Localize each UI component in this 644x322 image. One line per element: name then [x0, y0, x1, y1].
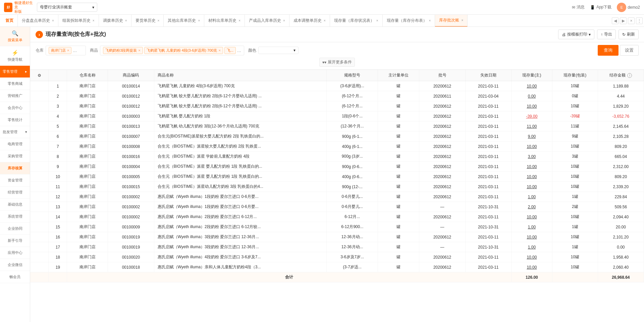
sidebar-item-guide[interactable]: 新手引导 [0, 235, 30, 247]
tab-stock-dist[interactable]: 现存量（库存分布表） × [383, 15, 435, 27]
th-gear[interactable]: ⚙ [30, 70, 49, 81]
tab-product-in[interactable]: 产成品入库单历史 × [245, 15, 289, 27]
sidebar-item-retail-stats[interactable]: 零售统计 [0, 114, 30, 126]
cell-qty-main[interactable]: 2.00 [511, 202, 552, 212]
sidebar-item-inventory[interactable]: 库存核算 [0, 162, 30, 174]
cell-gear [30, 262, 49, 272]
tab-fenpan[interactable]: 分盘盘点单历史 × [18, 15, 58, 27]
app-download-btn[interactable]: 📱 App下载 [590, 4, 611, 10]
close-icon[interactable]: × [324, 19, 326, 22]
sidebar-item-retail[interactable]: 零售管理 ▸ [0, 66, 30, 78]
tab-stock-status[interactable]: 现存量（库存状况表） × [330, 15, 383, 27]
sidebar-item-mall[interactable]: 零售商城 [0, 78, 30, 90]
close-icon[interactable]: × [125, 19, 127, 22]
cell-spec: 400g (0-6... [327, 172, 378, 182]
sidebar-item-finance[interactable]: 资金管理 [0, 174, 30, 186]
product-tag-1-close[interactable]: × [138, 48, 140, 52]
sidebar-expand-btn[interactable]: › [36, 31, 43, 38]
cell-qty-main[interactable]: 10.00 [511, 252, 552, 262]
tab-batch-stock[interactable]: 库存批次账 × [435, 15, 468, 27]
sidebar-item-system[interactable]: 系统管理 [0, 211, 30, 223]
cell-expire: 2021-03-11 [465, 262, 511, 272]
tab-more-btn[interactable]: ⋮ [636, 17, 643, 24]
close-icon[interactable]: × [158, 19, 160, 22]
sidebar-item-wholesale[interactable]: 批发管理 ▾ [0, 126, 30, 138]
product-tag-2-close[interactable]: × [218, 48, 220, 52]
close-icon[interactable]: × [198, 19, 200, 22]
cell-qty-main[interactable]: 10.00 [511, 262, 552, 272]
tab-cost-adjust[interactable]: 成本调整单历史 × [289, 15, 330, 27]
cell-qty-main[interactable]: 10.00 [511, 232, 552, 242]
close-icon[interactable]: × [461, 18, 463, 22]
sidebar-item-basic[interactable]: 基础信息 [0, 199, 30, 211]
expand-more-btn[interactable]: ▾▾ 展开更多条件 [319, 58, 355, 67]
close-icon[interactable]: × [52, 19, 54, 22]
sidebar-item-operations[interactable]: 经营管理 [0, 186, 30, 199]
warehouse-input[interactable]: 南岸门店 × ... [46, 46, 86, 55]
cell-qty-main[interactable]: 1.00 [511, 242, 552, 252]
refresh-btn[interactable]: ↻ 刷新 [619, 30, 639, 39]
breadcrumb-selector[interactable]: 母婴行业演示账套 ▾ [37, 3, 97, 12]
cell-qty-main[interactable]: 11.00 [511, 121, 552, 131]
close-icon[interactable]: × [93, 19, 95, 22]
warehouse-more[interactable]: ... [73, 48, 77, 53]
cell-qty-main[interactable]: 10.00 [511, 212, 552, 222]
th-expire: 失效日期 [465, 70, 511, 81]
cell-qty-main[interactable]: 10.00 [511, 142, 552, 152]
tab-material-out[interactable]: 材料出库单历史 × [204, 15, 245, 27]
tab-diaob[interactable]: 调拨单历史 × [99, 15, 131, 27]
tab-next-btn[interactable]: ▶ [620, 17, 627, 24]
gear-icon[interactable]: ⚙ [38, 73, 41, 78]
cell-gear [30, 192, 49, 202]
product-input[interactable]: 飞鹤奶粉3段两提装 × 飞鹤星飞帆 儿童奶粉 4段(3-6岁适用) 700克 ×… [100, 46, 244, 55]
cell-warehouse: 南岸门店 [67, 131, 108, 142]
sidebar-item-quicknav[interactable]: ⚡ 快捷导航 [0, 46, 30, 66]
cell-qty-main[interactable]: -39.00 [511, 111, 552, 121]
close-icon[interactable]: × [376, 19, 378, 22]
sidebar-item-purchase[interactable]: 采购管理 [0, 150, 30, 162]
message-btn[interactable]: ✉ 消息 [572, 4, 585, 10]
cell-qty-main[interactable]: 1.00 [511, 222, 552, 232]
close-icon[interactable]: × [238, 19, 240, 22]
sidebar-item-corp[interactable]: 企业协同 [0, 223, 30, 235]
content-area: › 现存量查询(按仓库+批次) 🖨 按模板打印 ▾ ↑ 导出 ↻ 刷新 [30, 27, 644, 322]
sidebar-item-apps[interactable]: 应用中心 [0, 247, 30, 259]
tab-yaohuo[interactable]: 要货单历史 × [131, 15, 164, 27]
th-qty-pkg: 现存量(包装) [552, 70, 598, 81]
settings-btn[interactable]: 设置 [620, 45, 639, 56]
product-more[interactable]: ... [237, 48, 241, 53]
tab-other-out[interactable]: 其他出库单历史 × [164, 15, 204, 27]
close-icon[interactable]: × [283, 19, 285, 22]
cell-qty-main[interactable]: 10.00 [511, 162, 552, 172]
sidebar-item-wechat[interactable]: 企业微信 [0, 259, 30, 271]
cell-qty-main[interactable]: 10.00 [511, 182, 552, 192]
color-input[interactable]: ▾ [258, 47, 299, 54]
sidebar-item-search[interactable]: 🔍 搜索菜单 [0, 27, 30, 46]
template-print-btn[interactable]: 🖨 按模板打印 ▾ [558, 30, 594, 39]
cell-qty-main[interactable]: 1.00 [511, 192, 552, 202]
sidebar-item-ecommerce[interactable]: 电商管理 [0, 138, 30, 150]
tab-prev-btn[interactable]: ◀ [612, 17, 619, 24]
cell-qty-main[interactable]: 9.00 [511, 131, 552, 142]
warehouse-tag-close[interactable]: × [67, 48, 69, 52]
export-btn[interactable]: ↑ 导出 [597, 30, 616, 39]
cell-qty-main[interactable]: 3.00 [511, 152, 552, 162]
sidebar-item-vip[interactable]: 畅会员 [0, 271, 30, 283]
tab-zuzhang[interactable]: 组装拆卸单历史 × [58, 15, 99, 27]
cell-qty-main[interactable]: 10.00 [511, 172, 552, 182]
sidebar-item-member[interactable]: 会员中心 [0, 102, 30, 114]
tab-close-btn[interactable]: × [628, 17, 635, 24]
cell-code: 00100002 [108, 212, 154, 222]
cell-batch: 20200612 [419, 131, 465, 142]
tab-home[interactable]: 首页 [1, 15, 18, 27]
cell-qty-main[interactable]: 10.00 [511, 101, 552, 111]
sidebar-item-marketing[interactable]: 营销推广 [0, 90, 30, 102]
cell-qty-main[interactable]: 0.00 [511, 91, 552, 101]
main-layout: 🔍 搜索菜单 ⚡ 快捷导航 零售管理 ▸ 零售商城 营销推广 会员中心 零售统计… [0, 27, 644, 322]
balance-info-icon[interactable]: i [627, 73, 632, 78]
cell-qty-main[interactable]: 10.00 [511, 81, 552, 91]
user-avatar-area[interactable]: E demo2 [617, 3, 640, 12]
cell-gear [30, 101, 49, 111]
close-icon[interactable]: × [429, 19, 431, 22]
query-btn[interactable]: 查询 [598, 45, 619, 56]
